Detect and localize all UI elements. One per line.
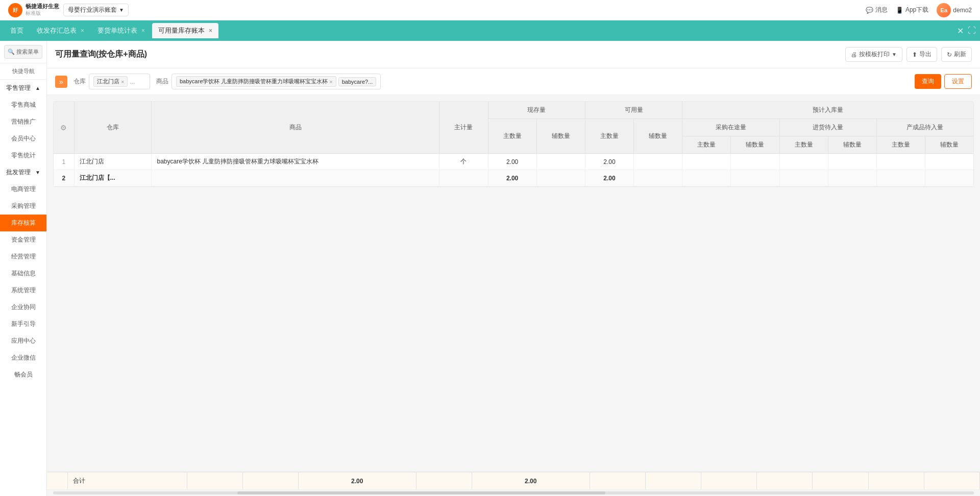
avatar: Ea xyxy=(937,3,951,17)
footer-purchase-main xyxy=(645,473,701,490)
sidebar-search-btn[interactable]: 🔍 搜索菜单 xyxy=(4,45,42,59)
cell-warehouse-1: 江北门店 xyxy=(74,154,152,170)
sidebar-item-enterprise-wechat[interactable]: 企业微信 xyxy=(0,349,46,366)
th-purchase-label: 采购在途量 xyxy=(682,119,779,136)
refresh-btn[interactable]: ↻ 刷新 xyxy=(941,47,972,62)
cell-unit-1: 个 xyxy=(439,154,488,170)
th-avail-main: 主数量 xyxy=(585,119,633,154)
sidebar-item-basic-info[interactable]: 基础信息 xyxy=(0,265,46,282)
top-bar-left: 好 畅捷通好生意 标准版 母婴行业演示账套 ▼ xyxy=(8,3,129,17)
footer-label: 合计 xyxy=(67,473,187,490)
sidebar-item-cooperation[interactable]: 企业协同 xyxy=(0,299,46,316)
th-unit: 主计量 xyxy=(439,102,488,154)
message-btn[interactable]: 💬 消息 xyxy=(866,6,888,14)
tab-receivable[interactable]: 收发存汇总表 × xyxy=(31,23,90,38)
sidebar-quick-nav[interactable]: 快捷导航 xyxy=(0,63,46,80)
sidebar-item-member2[interactable]: 畅会员 xyxy=(0,366,46,383)
tab-order[interactable]: 要货单统计表 × xyxy=(91,23,151,38)
cell-no-1: 1 xyxy=(54,154,74,170)
sidebar-item-app-center[interactable]: 应用中心 xyxy=(0,333,46,349)
product-filter-group: 商品 babycare学饮杯 儿童防摔防撞吸管杯重力球吸嘴杯宝宝水杯 × bab… xyxy=(156,74,381,89)
scrollbar-track[interactable] xyxy=(53,491,974,494)
user-area[interactable]: Ea demo2 xyxy=(937,3,972,17)
warehouse-filter-group: 仓库 江北门店 × ... xyxy=(74,74,150,89)
sidebar-item-member[interactable]: 会员中心 xyxy=(0,130,46,147)
tab-bar: 首页 收发存汇总表 × 要货单统计表 × 可用量库存账本 × ✕ ⛶ xyxy=(0,20,980,41)
tab-receivable-close[interactable]: × xyxy=(81,27,84,34)
cell-incoming-aux-1 xyxy=(828,154,876,170)
sidebar-search-area: 🔍 搜索菜单 xyxy=(0,41,46,63)
tab-home[interactable]: 首页 xyxy=(4,23,30,38)
sidebar-item-ecommerce[interactable]: 电商管理 xyxy=(0,181,46,198)
cell-purchase-aux-1 xyxy=(731,154,779,170)
product-tag-1-close[interactable]: × xyxy=(329,79,332,85)
th-avail-aux: 辅数量 xyxy=(634,119,682,154)
sidebar-section: 零售管理 ▲ 零售商城 营销推广 会员中心 零售统计 批发管理 ▼ 电商管理 采… xyxy=(0,80,46,383)
sidebar-item-retail-mall[interactable]: 零售商城 xyxy=(0,97,46,113)
footer-cell-empty-1 xyxy=(47,473,67,490)
footer-incoming-aux xyxy=(813,473,868,490)
cell-prod-main-2 xyxy=(876,170,925,186)
tab-order-close[interactable]: × xyxy=(141,27,145,34)
tab-home-label: 首页 xyxy=(10,26,23,35)
chevron-icon-2: ▼ xyxy=(35,170,40,175)
download-btn[interactable]: 📱 App下载 xyxy=(896,6,928,14)
table-group-row: 2 江北门店【... 2.00 2.00 xyxy=(54,170,973,186)
warehouse-more[interactable]: ... xyxy=(130,78,135,85)
cell-prod-main-1 xyxy=(876,154,925,170)
print-icon: 🖨 xyxy=(851,51,857,58)
sidebar-item-finance[interactable]: 资金管理 xyxy=(0,231,46,248)
cell-stock-main-2: 2.00 xyxy=(488,170,536,186)
th-prod-main: 主数量 xyxy=(876,136,925,154)
cell-avail-aux-1 xyxy=(634,154,682,170)
logo-text-area: 畅捷通好生意 标准版 xyxy=(26,3,59,17)
query-btn[interactable]: 查询 xyxy=(915,74,941,89)
sidebar-item-purchase[interactable]: 采购管理 xyxy=(0,198,46,215)
sidebar: 🔍 搜索菜单 快捷导航 零售管理 ▲ 零售商城 营销推广 会员中心 零售统计 批… xyxy=(0,41,47,496)
th-current-stock: 现存量 xyxy=(488,102,585,119)
sidebar-item-retail-mgmt[interactable]: 零售管理 ▲ xyxy=(0,80,46,97)
industry-selector[interactable]: 母婴行业演示账套 ▼ xyxy=(63,4,129,16)
th-warehouse: 仓库 xyxy=(74,102,152,154)
sidebar-item-system[interactable]: 系统管理 xyxy=(0,282,46,299)
footer-stock-main: 2.00 xyxy=(298,473,416,490)
filter-toggle-btn[interactable]: » xyxy=(55,76,67,88)
cell-product-1: babycare学饮杯 儿童防摔防撞吸管杯重力球吸嘴杯宝宝水杯 xyxy=(152,154,439,170)
main-table: ⚙ 仓库 商品 主计量 现存量 可用量 预计入库量 主数量 辅数量 xyxy=(54,102,973,186)
th-settings[interactable]: ⚙ xyxy=(54,102,74,154)
gear-icon[interactable]: ⚙ xyxy=(60,124,67,132)
export-btn[interactable]: ⬆ 导出 xyxy=(906,47,937,62)
tab-available-close[interactable]: × xyxy=(209,27,212,34)
footer-avail-main: 2.00 xyxy=(472,473,590,490)
username: demo2 xyxy=(953,7,972,14)
tab-maximize-icon[interactable]: ⛶ xyxy=(968,26,976,36)
tab-window-close-icon[interactable]: ✕ xyxy=(957,26,964,36)
page-header: 可用量查询(按仓库+商品) 🖨 按模板打印 ▼ ⬆ 导出 ↻ 刷新 xyxy=(47,41,980,68)
sidebar-item-inventory[interactable]: 库存核算 xyxy=(0,215,46,231)
sidebar-item-new-guide[interactable]: 新手引导 xyxy=(0,316,46,333)
cell-stock-aux-2 xyxy=(536,170,585,186)
sidebar-item-wholesale-mgmt[interactable]: 批发管理 ▼ xyxy=(0,164,46,181)
warehouse-input[interactable]: 江北门店 × ... xyxy=(89,74,150,89)
filter-actions: 查询 设置 xyxy=(915,74,972,89)
industry-label: 母婴行业演示账套 xyxy=(68,6,117,14)
top-bar: 好 畅捷通好生意 标准版 母婴行业演示账套 ▼ 💬 消息 📱 App下载 Ea … xyxy=(0,0,980,20)
sidebar-item-retail-stats[interactable]: 零售统计 xyxy=(0,147,46,164)
export-icon: ⬆ xyxy=(912,51,917,58)
setting-btn[interactable]: 设置 xyxy=(944,74,972,89)
tab-bar-actions: ✕ ⛶ xyxy=(957,26,976,36)
cell-stock-main-1: 2.00 xyxy=(488,154,536,170)
footer-product xyxy=(187,473,242,490)
tab-available[interactable]: 可用量库存账本 × xyxy=(152,23,218,38)
scrollbar-thumb xyxy=(237,491,606,494)
warehouse-tag-close[interactable]: × xyxy=(121,79,124,85)
footer-avail-aux xyxy=(590,473,645,490)
product-input[interactable]: babycare学饮杯 儿童防摔防撞吸管杯重力球吸嘴杯宝宝水杯 × babyca… xyxy=(172,74,381,89)
tab-order-label: 要货单统计表 xyxy=(97,26,137,35)
page-title: 可用量查询(按仓库+商品) xyxy=(55,49,147,60)
chevron-icon: ▲ xyxy=(35,85,40,91)
sidebar-item-marketing[interactable]: 营销推广 xyxy=(0,113,46,130)
sidebar-item-operations[interactable]: 经营管理 xyxy=(0,248,46,265)
table-wrapper: ⚙ 仓库 商品 主计量 现存量 可用量 预计入库量 主数量 辅数量 xyxy=(53,101,974,187)
template-print-btn[interactable]: 🖨 按模板打印 ▼ xyxy=(845,47,902,62)
